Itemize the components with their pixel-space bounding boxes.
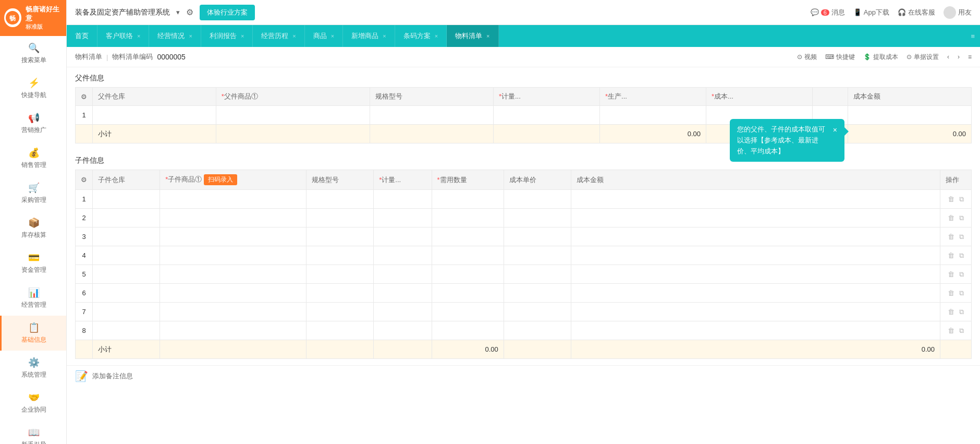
child-col-actions: 操作 xyxy=(940,170,972,190)
tab-profit[interactable]: 利润报告 × xyxy=(201,25,253,47)
sidebar-item-marketing[interactable]: 📢 营销推广 xyxy=(0,106,66,141)
nav-list-button[interactable]: ≡ xyxy=(968,53,972,61)
tab-new-products[interactable]: 新增商品 × xyxy=(343,25,395,47)
parent-row-warehouse[interactable] xyxy=(93,106,216,125)
tab-customers-close[interactable]: × xyxy=(137,33,140,39)
tab-bom[interactable]: 物料清单 × xyxy=(447,25,498,47)
delete-icon[interactable]: 🗑 xyxy=(948,308,954,316)
child-row4-actions: 🗑 ⧉ xyxy=(940,246,972,265)
child-col-settings[interactable]: ⚙ xyxy=(76,170,93,190)
message-button[interactable]: 💬 6 消息 xyxy=(811,8,845,17)
doc-settings-button[interactable]: ⊙ 单据设置 xyxy=(906,53,939,62)
close-all-button[interactable]: ≡ xyxy=(965,26,980,46)
copy-icon[interactable]: ⧉ xyxy=(959,289,964,297)
copy-icon[interactable]: ⧉ xyxy=(959,233,964,241)
shortcut-icon: ⌨ xyxy=(825,53,834,61)
user-avatar[interactable]: 用友 xyxy=(944,6,972,19)
breadcrumb-item-1: 物料清单 xyxy=(75,52,102,62)
delete-icon[interactable]: 🗑 xyxy=(948,195,954,203)
tab-history[interactable]: 经营历程 × xyxy=(253,25,304,47)
sidebar-item-system[interactable]: ⚙️ 系统管理 xyxy=(0,351,66,386)
sidebar-item-operations[interactable]: 📊 经营管理 xyxy=(0,281,66,316)
copy-icon[interactable]: ⧉ xyxy=(959,308,964,316)
delete-icon[interactable]: 🗑 xyxy=(948,327,954,334)
tooltip-close-button[interactable]: × xyxy=(833,124,837,136)
copy-icon[interactable]: ⧉ xyxy=(959,195,964,203)
sidebar: 畅 畅唐诸好生意 标准版 🔍 搜索菜单 ⚡ 快捷导航 📢 营销推广 💰 销售管理… xyxy=(0,0,67,444)
tab-operations-close[interactable]: × xyxy=(189,33,192,39)
online-support-label: 在线客服 xyxy=(908,8,935,17)
note-icon: 📝 xyxy=(75,370,88,382)
child-row1-qty[interactable] xyxy=(432,190,504,209)
tab-barcode-close[interactable]: × xyxy=(435,33,438,39)
delete-icon[interactable]: 🗑 xyxy=(948,233,954,241)
child-row7-actions: 🗑 ⧉ xyxy=(940,303,972,321)
child-row1-product[interactable] xyxy=(160,190,307,209)
sidebar-item-purchase[interactable]: 🛒 采购管理 xyxy=(0,176,66,211)
gear-icon[interactable]: ⚙ xyxy=(186,7,193,17)
parent-row-production[interactable] xyxy=(599,106,706,125)
parent-col-warehouse: 父件仓库 xyxy=(93,88,216,106)
tab-history-close[interactable]: × xyxy=(292,33,296,39)
online-support-button[interactable]: 🎧 在线客服 xyxy=(898,8,935,17)
child-subtotal-qty: 0.00 xyxy=(432,340,504,359)
tab-products-close[interactable]: × xyxy=(331,33,334,39)
child-row1-unit[interactable] xyxy=(374,190,432,209)
scan-button[interactable]: 扫码录入 xyxy=(204,174,237,185)
tab-new-products-close[interactable]: × xyxy=(383,33,386,39)
dropdown-icon[interactable]: ▾ xyxy=(176,8,180,16)
user-label: 用友 xyxy=(958,8,972,17)
nav-prev-button[interactable]: ‹ xyxy=(947,53,949,61)
tab-barcode[interactable]: 条码方案 × xyxy=(395,25,447,47)
sidebar-item-enterprise[interactable]: 🤝 企业协同 xyxy=(0,386,66,421)
sidebar-item-label: 经营管理 xyxy=(21,301,46,309)
sidebar-item-inventory[interactable]: 📦 库存核算 xyxy=(0,211,66,246)
parent-row-unit[interactable] xyxy=(493,106,599,125)
sidebar-item-guide[interactable]: 📖 新手引导 xyxy=(0,421,66,444)
topbar: 装备及固定资产辅助管理系统 ▾ ⚙ 体验行业方案 💬 6 消息 📱 App下载 … xyxy=(67,0,980,25)
tab-bom-close[interactable]: × xyxy=(486,33,489,39)
table-row: 2 🗑 ⧉ xyxy=(76,209,972,227)
copy-icon[interactable]: ⧉ xyxy=(959,251,964,259)
try-button[interactable]: 体验行业方案 xyxy=(200,5,255,20)
child-row1-warehouse[interactable] xyxy=(93,190,160,209)
parent-row-num: 1 xyxy=(76,106,93,125)
child-row1-spec[interactable] xyxy=(307,190,374,209)
sidebar-item-finance[interactable]: 💳 资金管理 xyxy=(0,246,66,281)
table-row: 8 🗑 ⧉ xyxy=(76,321,972,340)
tab-operations[interactable]: 经营情况 × xyxy=(149,25,201,47)
svg-text:畅: 畅 xyxy=(9,15,16,22)
delete-icon[interactable]: 🗑 xyxy=(948,289,954,297)
extract-cost-button[interactable]: 💲 提取成本 xyxy=(863,53,898,62)
bottom-bar-text[interactable]: 添加备注信息 xyxy=(92,371,133,381)
child-row1-unit-cost[interactable] xyxy=(504,190,571,209)
child-row3-actions: 🗑 ⧉ xyxy=(940,227,972,246)
copy-icon[interactable]: ⧉ xyxy=(959,214,964,222)
purchase-icon: 🛒 xyxy=(28,182,40,194)
copy-icon[interactable]: ⧉ xyxy=(959,327,964,334)
sidebar-item-basicinfo[interactable]: 📋 基础信息 xyxy=(0,316,66,351)
parent-col-settings[interactable]: ⚙ xyxy=(76,88,93,106)
tab-products[interactable]: 商品 × xyxy=(305,25,343,47)
child-col-unit: *计量... xyxy=(374,170,432,190)
sidebar-item-search[interactable]: 🔍 搜索菜单 xyxy=(0,36,66,71)
delete-icon[interactable]: 🗑 xyxy=(948,214,954,222)
sidebar-item-quicknav[interactable]: ⚡ 快捷导航 xyxy=(0,71,66,106)
tab-home[interactable]: 首页 xyxy=(67,25,97,47)
parent-row-spec[interactable] xyxy=(370,106,494,125)
delete-icon[interactable]: 🗑 xyxy=(948,270,954,278)
view-button[interactable]: ⊙ 视频 xyxy=(797,53,817,62)
sidebar-item-sales[interactable]: 💰 销售管理 xyxy=(0,141,66,176)
nav-next-button[interactable]: › xyxy=(958,53,960,61)
parent-col-product: *父件商品① xyxy=(216,88,370,106)
delete-icon[interactable]: 🗑 xyxy=(948,251,954,259)
copy-icon[interactable]: ⧉ xyxy=(959,270,964,278)
sidebar-item-label: 库存核算 xyxy=(21,231,46,239)
app-download-button[interactable]: 📱 App下载 xyxy=(853,8,889,17)
child-table-wrapper: ⚙ 子件仓库 *子件商品① 扫码录入 规格型号 *计量... *需用数量 成本单… xyxy=(75,170,972,359)
tab-profit-close[interactable]: × xyxy=(241,33,244,39)
tab-customers[interactable]: 客户联络 × xyxy=(97,25,149,47)
logo-name: 畅唐诸好生意 xyxy=(26,5,62,23)
parent-row-product[interactable] xyxy=(216,106,370,125)
shortcut-button[interactable]: ⌨ 快捷键 xyxy=(825,53,855,62)
